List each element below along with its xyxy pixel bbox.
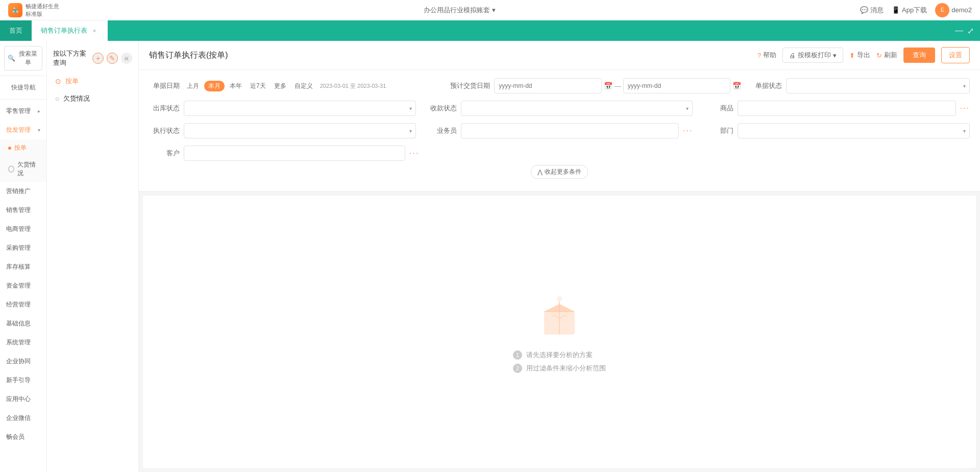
sidebar-sub-item-by-order[interactable]: 按单 <box>0 139 46 156</box>
page-header: 销售订单执行表(按单) ? 帮助 🖨 按模板打印 ▾ ⬆ 导出 <box>139 41 980 70</box>
filter-field-status: 单据状态 ▾ <box>751 78 970 93</box>
collapse-bar: ⋀ 收起更多条件 <box>149 161 970 183</box>
goods-more-btn[interactable]: ··· <box>960 104 970 113</box>
filter-item-shortage[interactable]: ○ 欠货情况 <box>47 90 138 107</box>
help-btn[interactable]: ? 帮助 <box>757 51 776 60</box>
sidebar-item-operation[interactable]: 经营管理 <box>0 295 46 314</box>
salesman-more-btn[interactable]: ··· <box>683 126 693 135</box>
topbar-left: 🏪 畅捷通好生意 标准版 <box>8 3 59 17</box>
tab-minimize-btn[interactable]: — <box>955 26 963 35</box>
goods-input[interactable] <box>738 101 955 116</box>
search-icon: 🔍 <box>8 55 15 62</box>
filter-add-btn[interactable]: + <box>92 53 104 64</box>
sidebar-item-finance[interactable]: 资金管理 <box>0 276 46 295</box>
sidebar-item-collab[interactable]: 企业协同 <box>0 352 46 371</box>
search-menu-btn[interactable]: 🔍 搜索菜单 <box>4 46 42 70</box>
app-download-btn[interactable]: 📱 App下载 <box>892 6 927 15</box>
receive-status-select[interactable] <box>461 101 693 116</box>
empty-tip-2: 2 用过滤条件来缩小分析范围 <box>513 364 606 373</box>
quick-date-7-days[interactable]: 近7天 <box>247 81 269 91</box>
filter-item-by-order[interactable]: ⊙ 按单 <box>47 73 138 90</box>
customer-input[interactable] <box>184 146 405 161</box>
dept-select[interactable] <box>738 123 970 138</box>
collapse-more-btn[interactable]: ⋀ 收起更多条件 <box>531 165 588 179</box>
sidebar-item-retail[interactable]: 零售管理 ▸ <box>0 102 46 121</box>
filter-collapse-btn[interactable]: « <box>121 53 132 64</box>
tab-close-btn[interactable]: × <box>90 27 99 35</box>
filter-field-goods: 商品 ··· <box>703 101 970 116</box>
expected-date-start-input[interactable] <box>494 78 602 93</box>
filter-panel: 按以下方案查询 + ✎ « ⊙ 按单 ○ 欠货情况 <box>47 41 139 472</box>
sidebar-item-basic[interactable]: 基础信息 <box>0 314 46 333</box>
sidebar-item-purchase[interactable]: 采购管理 <box>0 239 46 257</box>
quick-date-more[interactable]: 更多 <box>271 81 289 91</box>
filter-edit-btn[interactable]: ✎ <box>107 53 118 64</box>
main-panel: 销售订单执行表(按单) ? 帮助 🖨 按模板打印 ▾ ⬆ 导出 <box>139 41 980 472</box>
customer-label: 客户 <box>149 149 180 158</box>
refresh-icon: ↻ <box>876 52 882 59</box>
date-range-input: 📅 — 📅 <box>494 78 741 93</box>
app-icon: 📱 <box>892 6 900 14</box>
expected-date-label: 预计交货日期 <box>450 81 490 90</box>
dept-label: 部门 <box>703 126 733 135</box>
print-chevron-icon: ▾ <box>833 52 837 59</box>
sidebar-sub-item-shortage[interactable]: 欠货情况 <box>0 156 46 182</box>
quick-date-this-month[interactable]: 本月 <box>204 81 225 91</box>
tab-sales-order[interactable]: 销售订单执行表 × <box>32 20 108 41</box>
export-icon: ⬆ <box>849 52 855 59</box>
active-dot-icon <box>8 147 11 150</box>
expected-date-end-input[interactable] <box>623 78 731 93</box>
filter-active-icon: ⊙ <box>55 77 61 85</box>
calendar-end-icon[interactable]: 📅 <box>732 82 741 90</box>
settings-btn[interactable]: 设置 <box>941 47 970 63</box>
sidebar-item-guide[interactable]: 新手引导 <box>0 371 46 390</box>
tab-maximize-btn[interactable]: ⤢ <box>967 26 974 36</box>
avatar: E <box>935 3 949 17</box>
search-btn[interactable]: 查询 <box>903 48 935 63</box>
main-layout: 🔍 搜索菜单 快捷导航 零售管理 ▸ 批发管理 ▾ 按单 <box>0 41 980 472</box>
export-btn[interactable]: ⬆ 导出 <box>849 51 870 60</box>
exec-status-select[interactable] <box>184 123 416 138</box>
calendar-start-icon[interactable]: 📅 <box>604 82 612 90</box>
page-selector-chevron[interactable]: ▾ <box>492 6 496 14</box>
sidebar-item-inventory[interactable]: 库存核算 <box>0 257 46 276</box>
filter-row-3: 执行状态 ▾ 业务员 ··· 部门 <box>149 123 970 138</box>
empty-tips: 1 请先选择要分析的方案 2 用过滤条件来缩小分析范围 <box>513 350 606 373</box>
content-area: 1 请先选择要分析的方案 2 用过滤条件来缩小分析范围 <box>143 196 976 468</box>
tab-home[interactable]: 首页 <box>0 20 32 41</box>
sidebar-sub-wholesale: 按单 欠货情况 <box>0 139 46 182</box>
message-btn[interactable]: 💬 消息 <box>860 6 884 15</box>
filter-panel-actions: + ✎ « <box>92 53 132 64</box>
refresh-btn[interactable]: ↻ 刷新 <box>876 51 897 60</box>
user-area[interactable]: E demo2 <box>935 3 972 17</box>
sidebar-item-wholesale[interactable]: 批发管理 ▾ <box>0 121 46 139</box>
customer-more-btn[interactable]: ··· <box>409 149 419 158</box>
quick-nav-btn[interactable]: 快捷导航 <box>0 79 46 96</box>
sidebar-item-ecommerce[interactable]: 电商管理 <box>0 220 46 239</box>
sidebar-item-marketing[interactable]: 营销推广 <box>0 182 46 201</box>
status-select[interactable] <box>786 78 970 93</box>
sidebar-item-wechat[interactable]: 企业微信 <box>0 409 46 428</box>
sidebar-item-member[interactable]: 畅会员 <box>0 428 46 446</box>
filter-field-salesman: 业务员 ··· <box>426 123 693 138</box>
quick-dates: 上月 本月 本年 近7天 更多 自定义 <box>184 81 316 91</box>
status-label: 单据状态 <box>751 81 782 90</box>
print-btn[interactable]: 🖨 按模板打印 ▾ <box>782 48 843 63</box>
out-status-select[interactable] <box>184 101 416 116</box>
sidebar-item-system[interactable]: 系统管理 <box>0 333 46 352</box>
nav-tab-actions: — ⤢ <box>949 20 980 41</box>
quick-date-this-year[interactable]: 本年 <box>227 81 245 91</box>
out-status-label: 出库状态 <box>149 104 180 113</box>
message-icon: 💬 <box>860 6 868 14</box>
salesman-input[interactable] <box>461 123 679 138</box>
topbar-right: 💬 消息 📱 App下载 E demo2 <box>860 3 972 17</box>
filter-item-icon: ○ <box>55 95 59 103</box>
sidebar-item-sales[interactable]: 销售管理 <box>0 201 46 220</box>
filter-field-exec-status: 执行状态 ▾ <box>149 123 416 138</box>
tip-num-1: 1 <box>513 350 522 360</box>
filter-field-expected-date: 预计交货日期 📅 — 📅 <box>450 78 741 93</box>
quick-date-custom[interactable]: 自定义 <box>291 81 316 91</box>
sidebar-item-app-center[interactable]: 应用中心 <box>0 390 46 409</box>
quick-date-last-month[interactable]: 上月 <box>184 81 202 91</box>
chevron-right-icon: ▸ <box>38 108 40 114</box>
